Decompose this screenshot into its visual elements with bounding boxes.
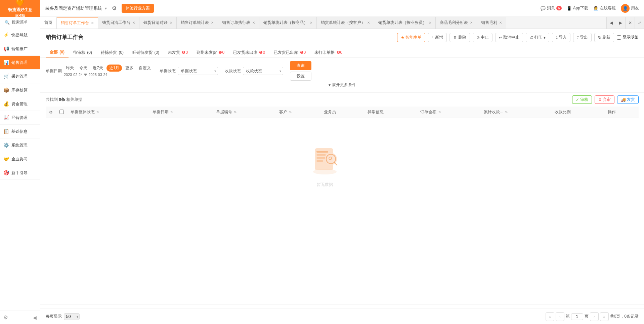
subtab-wangpu-pending[interactable]: 旺铺待发货 (0) [128,48,163,57]
smart-create-btn[interactable]: ★ 智能生单 [397,33,425,42]
sort-icon[interactable]: ⇅ [170,110,173,114]
page-size-select[interactable]: 20 50 100 [64,313,80,320]
sort-icon[interactable]: ⇅ [289,110,292,114]
sidebar-collapse-icon[interactable]: ◀ [33,315,37,320]
date-quick-1month[interactable]: 近1月 [106,65,122,72]
audit-btn[interactable]: ✓ 审核 [572,95,592,104]
sidebar-item-sales[interactable]: 📊 销售管理 [0,56,40,70]
tab-scroll-right[interactable]: ▶ [616,17,625,29]
print-btn[interactable]: 🖨 打印 ▾ [526,33,549,42]
date-quick-more[interactable]: 更多 [123,65,135,72]
ship-btn[interactable]: 🚚 发货 [617,95,639,104]
subtab-shipped-not-out[interactable]: 已发货未出库 ❶0 [229,48,269,57]
sort-icon[interactable]: ⇅ [96,110,99,114]
tab-close-icon[interactable]: ✕ [470,21,473,25]
sidebar-item-base-info[interactable]: 📋 基础信息 [0,125,40,138]
topbar-gear-icon[interactable]: ⚙ [112,5,117,11]
page-first-btn[interactable]: « [546,312,554,321]
horizontal-scrollbar[interactable] [40,305,644,309]
app-download-btn[interactable]: 📱 App下载 [567,5,588,11]
refresh-btn[interactable]: ↻ 刷新 [594,33,614,42]
date-quick-7days[interactable]: 近7天 [91,65,105,72]
page-number-input[interactable] [571,313,583,320]
import-btn[interactable]: ⤵ 导入 [552,33,570,42]
show-detail-checkbox[interactable] [617,35,621,40]
tab-sales-profit[interactable]: 销售毛利 ✕ [477,17,506,29]
sidebar-item-search[interactable]: 🔍 搜索菜单 [0,17,40,28]
tab-close-icon[interactable]: ✕ [310,21,312,25]
select-all-checkbox[interactable] [59,110,64,114]
cancel-stop-btn[interactable]: ↩ 取消中止 [495,33,523,42]
tab-maximize[interactable]: ⤢ [635,17,644,29]
tab-close-all[interactable]: ✕ [625,17,635,29]
user-menu[interactable]: 👤 用友 [621,4,639,13]
sort-icon[interactable]: ⇅ [234,110,237,114]
sidebar-item-quick-nav[interactable]: ⚡ 快捷导航 [0,28,40,42]
sidebar-item-finance[interactable]: 💰 资金管理 [0,97,40,111]
subtab-expired-not-shipped[interactable]: 到期未发货 ❶0 [192,48,228,57]
subtab-pending-review[interactable]: 待审核 (0) [69,48,96,57]
cancel-audit-btn[interactable]: ✗ 弃审 [595,95,614,104]
page-next-btn[interactable]: › [590,312,599,321]
new-btn[interactable]: + 新增 [428,33,447,42]
tab-close-icon[interactable]: ✕ [211,21,214,25]
stop-btn[interactable]: ⊘ 中止 [473,33,492,42]
tab-close-icon[interactable]: ✕ [170,21,172,25]
sidebar-item-operation[interactable]: 📈 经营管理 [0,111,40,125]
message-btn[interactable]: 💬 消息 6 [541,5,562,11]
sidebar-item-marketing[interactable]: 📢 营销推广 [0,42,40,56]
sidebar-item-guide[interactable]: 🎯 新手引导 [0,166,40,180]
expand-more-btn[interactable]: ▾ 展开更多条件 [46,81,639,89]
sidebar-item-purchase[interactable]: 🛒 采购管理 [0,70,40,83]
tab-sales-workbench[interactable]: 销售订单工作台 ✕ [57,17,98,29]
subtab-all[interactable]: 全部 (0) [46,48,69,57]
subtab-not-shipped[interactable]: 未发货 ❶0 [164,48,192,57]
system-dropdown-icon[interactable]: ▾ [105,6,107,11]
page-prev-btn[interactable]: ‹ [556,312,564,321]
sidebar-item-inventory[interactable]: 📦 库存核算 [0,83,40,97]
tab-close-icon[interactable]: ✕ [132,21,135,25]
show-detail-label[interactable]: 显示明细 [617,35,639,40]
sidebar-item-label: 基础信息 [11,129,28,134]
gear-icon[interactable]: ⚙ [49,110,53,115]
tab-sales-order-exec[interactable]: 销售订单执行表 ✕ [218,17,259,29]
date-quick-today[interactable]: 今天 [77,65,89,72]
export-btn[interactable]: ⤴ 导出 [573,33,592,42]
tab-cash-day-clear[interactable]: 钱货日清工作台 ✕ [98,17,139,29]
subtab-not-printed[interactable]: 未打印单据 ❶0 [310,48,346,57]
col-staff: 业务员 [320,107,364,118]
online-service-btn[interactable]: 👩‍💼 在线客服 [593,5,616,11]
tab-close-icon[interactable]: ✕ [367,21,370,25]
tab-close-icon[interactable]: ✕ [429,21,431,25]
tab-sales-stats-product[interactable]: 销货单统计表（按商品） ✕ [259,17,317,29]
message-icon: 💬 [541,6,546,11]
tab-sales-stats-customer[interactable]: 销货单统计表（按客户） ✕ [317,17,374,29]
tab-close-icon[interactable]: ✕ [499,21,502,25]
set-btn[interactable]: 设置 [290,72,311,81]
tab-product-margin[interactable]: 商品毛利分析表 ✕ [436,17,477,29]
tab-close-icon[interactable]: ✕ [252,21,255,25]
sort-icon[interactable]: ⇅ [505,110,508,114]
sidebar-item-system[interactable]: ⚙️ 系统管理 [0,138,40,152]
date-quick-yesterday[interactable]: 昨天 [64,65,76,72]
sidebar-item-cooperation[interactable]: 🤝 企业协同 [0,152,40,166]
industry-btn[interactable]: 体验行业方案 [122,4,154,13]
status-select[interactable]: 单据状态 [178,67,218,75]
system-name: 装备及固定资产辅助管理系统 [45,5,102,11]
tab-close-icon[interactable]: ✕ [91,21,94,25]
subtab-not-shipped-label: 未发货 [168,50,180,55]
tab-home[interactable]: 首页 [40,17,57,29]
date-quick-custom[interactable]: 自定义 [137,65,153,72]
sidebar-settings-icon[interactable]: ⚙ [3,314,8,321]
tab-sales-stats-staff[interactable]: 销货单统计表（按业务员） ✕ [374,17,436,29]
query-btn[interactable]: 查询 [290,61,311,70]
tab-cash-goods-reconcile[interactable]: 钱货日清对账 ✕ [139,17,177,29]
page-last-btn[interactable]: » [600,312,609,321]
sort-icon[interactable]: ⇅ [438,110,441,114]
subtab-shipped-out[interactable]: 已发货已出库 ❶0 [270,48,310,57]
delete-btn[interactable]: 🗑 删除 [449,33,470,42]
tab-sales-order-stats[interactable]: 销售订单统计表 ✕ [177,17,218,29]
tab-scroll-left[interactable]: ◀ [606,17,616,29]
subtab-pending-inspect[interactable]: 待拣验货 (0) [97,48,128,57]
payment-select[interactable]: 收款状态 [243,67,283,75]
